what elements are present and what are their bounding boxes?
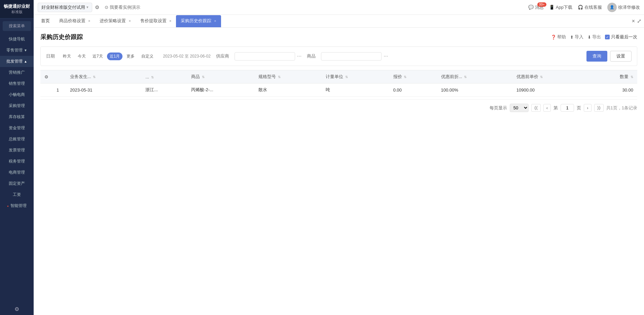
version-dropdown[interactable]: 好业财标准版交付试用 ▾ [38, 3, 92, 12]
sort-discount-icon: ⇅ [464, 75, 467, 79]
user-menu[interactable]: 👤 徐泽华修改 [607, 3, 640, 12]
sidebar-item-sales[interactable]: 销售管理 [0, 78, 34, 89]
query-button[interactable]: 查询 [586, 51, 607, 62]
next-page-button[interactable]: › [584, 104, 591, 112]
dropdown-arrow-icon: ▾ [86, 5, 88, 9]
messages-badge: 99+ [537, 2, 546, 7]
sidebar-item-smart[interactable]: ● 智能管理 [0, 200, 34, 211]
per-page-select[interactable]: 50 20 100 200 [510, 104, 529, 112]
page-content: 采购历史价跟踪 ❓ 帮助 ⬆ 导入 ⬇ 导出 [34, 28, 644, 315]
sidebar-item-invoice[interactable]: 发票管理 [0, 145, 34, 156]
export-link[interactable]: ⬇ 导出 [587, 34, 601, 40]
date-option-month[interactable]: 近1月 [107, 53, 123, 60]
col-goods[interactable]: 规格型号 ⇅ [254, 70, 322, 83]
tab-purchase-history-close-icon[interactable]: × [214, 19, 216, 23]
supplier-more-icon[interactable]: ··· [297, 53, 301, 59]
tabs-right-actions: × ⤢ [632, 18, 641, 24]
sidebar-item-ledger[interactable]: 总账管理 [0, 134, 34, 145]
data-table: ⚙ 业务发生... ⇅ ... ⇅ 商品 ⇅ [40, 70, 637, 97]
col-more[interactable]: ... ⇅ [141, 70, 187, 83]
online-service-button[interactable]: 🎧 在线客服 [578, 4, 602, 10]
sidebar-item-tax[interactable]: 税务管理 [0, 156, 34, 167]
app-name: 畅捷通好业财 [3, 3, 31, 9]
app-download-button[interactable]: 📱 App下载 [549, 4, 572, 10]
col-quantity[interactable]: 数量 ⇅ [589, 70, 637, 83]
only-last-checkbox[interactable] [605, 35, 610, 39]
version-label: 好业财标准版交付试用 [41, 4, 85, 10]
sidebar-item-inventory[interactable]: 库存核算 [0, 111, 34, 123]
sidebar-item-finance[interactable]: 资金管理 [0, 123, 34, 134]
date-option-today[interactable]: 今天 [75, 53, 88, 60]
col-supplier[interactable]: 商品 ⇅ [187, 70, 254, 83]
supplier-input[interactable] [235, 52, 295, 61]
date-option-week[interactable]: 近7天 [90, 53, 106, 60]
row-supplier-cell: 浙江... [141, 83, 187, 97]
per-page-label: 每页显示 [490, 105, 507, 111]
sidebar-item-salary[interactable]: 工资 [0, 189, 34, 200]
wholesale-arrow-icon: ▲ [24, 60, 27, 63]
topbar: 好业财标准版交付试用 ▾ ⚙ ⊙ 我要看实例演示 💬 消息 99+ 📱 App下… [34, 0, 644, 15]
tab-price-setting[interactable]: 商品价格设置 × [55, 15, 95, 27]
col-pre-discount-price[interactable]: 优惠前单价 ⇅ [512, 70, 589, 83]
only-last-checkbox-label[interactable]: 只看最后一次 [605, 34, 637, 40]
sidebar-item-ecommerce[interactable]: 电商管理 [0, 167, 34, 178]
goods-label: 商品 [307, 53, 316, 59]
app-edition: 标准版 [3, 9, 31, 14]
first-page-button[interactable]: ⟨⟨ [531, 104, 541, 112]
col-discount[interactable]: 优惠前折... ⇅ [437, 70, 512, 83]
sidebar-item-retail[interactable]: 零售管理 ▼ [0, 45, 34, 56]
tab-close-button[interactable]: × [632, 18, 635, 24]
tab-purchase-history[interactable]: 采购历史价跟踪 × [176, 15, 221, 27]
avatar: 👤 [607, 3, 617, 12]
tab-price-setting-close-icon[interactable]: × [88, 19, 90, 23]
sidebar-settings-button[interactable]: ⚙ [14, 306, 19, 312]
tab-sale-extract[interactable]: 售价提取设置 × [136, 15, 176, 27]
messages-button[interactable]: 💬 消息 99+ [528, 4, 544, 10]
sort-more-icon: ⇅ [151, 75, 154, 79]
tab-expand-button[interactable]: ⤢ [637, 18, 641, 24]
tab-purchase-strategy[interactable]: 进价策略设置 × [95, 15, 135, 27]
help-link[interactable]: ❓ 帮助 [551, 34, 566, 40]
topbar-settings-icon[interactable]: ⚙ [95, 4, 99, 10]
sidebar-item-fixed-assets[interactable]: 固定资产 [0, 178, 34, 189]
pagination-bar: 每页显示 50 20 100 200 ⟨⟨ ‹ 第 页 › ⟩⟩ 共1页，1条记… [40, 99, 637, 116]
sort-prediscount-icon: ⇅ [540, 75, 543, 79]
sidebar: 畅捷通好业财 标准版 搜索菜单 快捷导航 零售管理 ▼ 批发管理 ▲ 营销推广 … [0, 0, 34, 315]
col-seq [52, 70, 66, 83]
last-page-button[interactable]: ⟩⟩ [594, 104, 604, 112]
goods-input[interactable] [321, 52, 382, 61]
col-quote[interactable]: 报价 ⇅ [389, 70, 437, 83]
sidebar-item-ecommerce-small[interactable]: 小畅电商 [0, 89, 34, 100]
goods-more-icon[interactable]: ··· [384, 53, 388, 59]
row-seq-cell: 1 [52, 83, 66, 97]
demo-icon: ⊙ [105, 5, 108, 10]
content-inner: 采购历史价跟踪 ❓ 帮助 ⬆ 导入 ⬇ 导出 [34, 28, 644, 315]
tab-home[interactable]: 首页 [36, 15, 55, 27]
search-menu-button[interactable]: 搜索菜单 [3, 21, 31, 31]
settings-button[interactable]: 设置 [610, 51, 632, 62]
sort-unit-icon: ⇅ [345, 75, 348, 79]
topbar-right: 💬 消息 99+ 📱 App下载 🎧 在线客服 👤 徐泽华修改 [528, 3, 640, 12]
col-unit[interactable]: 计量单位 ⇅ [322, 70, 389, 83]
prev-page-button[interactable]: ‹ [543, 104, 551, 112]
row-goods-cell: 丙烯酸-2-... [187, 83, 254, 97]
row-settings-cell [40, 83, 52, 97]
col-settings[interactable]: ⚙ [40, 70, 52, 83]
sidebar-search-area[interactable]: 搜索菜单 [0, 19, 34, 34]
sidebar-item-quick-nav[interactable]: 快捷导航 [0, 34, 34, 45]
date-option-custom[interactable]: 自定义 [139, 53, 156, 60]
date-option-yesterday[interactable]: 昨天 [60, 53, 74, 60]
page-input[interactable] [561, 104, 574, 112]
page-unit: 页 [577, 105, 581, 111]
sidebar-item-purchase[interactable]: 采购管理 [0, 100, 34, 111]
date-option-more[interactable]: 更多 [124, 53, 137, 60]
sidebar-item-marketing[interactable]: 营销推广 [0, 67, 34, 78]
tab-purchase-strategy-close-icon[interactable]: × [129, 19, 131, 23]
tab-sale-extract-close-icon[interactable]: × [169, 19, 171, 23]
table-settings-icon[interactable]: ⚙ [44, 74, 48, 79]
demo-button[interactable]: ⊙ 我要看实例演示 [105, 4, 140, 10]
import-link[interactable]: ⬆ 导入 [570, 34, 583, 40]
page-header-actions: ❓ 帮助 ⬆ 导入 ⬇ 导出 只看最后一次 [551, 34, 637, 40]
sidebar-item-wholesale[interactable]: 批发管理 ▲ [0, 56, 34, 67]
col-date[interactable]: 业务发生... ⇅ [66, 70, 141, 83]
